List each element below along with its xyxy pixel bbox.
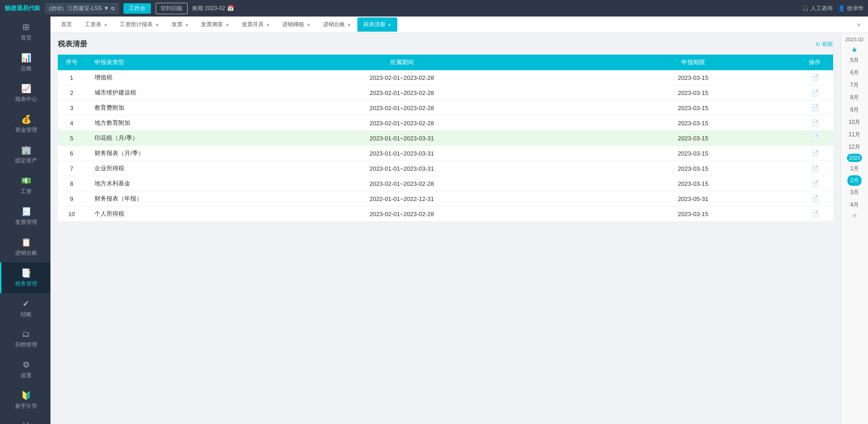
cell-no: 2 (58, 85, 85, 100)
cell-action: 📄 (796, 176, 833, 191)
vip-icon: V (23, 421, 28, 424)
sidebar-label-fund: 资金管理 (15, 126, 37, 134)
sidebar-item-payroll[interactable]: 💵 工资 (0, 170, 50, 201)
cell-no: 10 (58, 206, 85, 222)
ym-month-12[interactable]: 12月 (841, 141, 868, 153)
headset-icon: 🎧 (802, 5, 809, 11)
workbench-button[interactable]: 工作台 (123, 3, 151, 14)
sidebar-item-fixed-assets[interactable]: 🏢 固定资产 (0, 139, 50, 170)
period-value: 2023-02 (205, 5, 225, 11)
tab-payroll-stats[interactable]: 工资统计报表 × (114, 17, 164, 32)
sidebar-item-tax-management[interactable]: 📑 税务管理 (0, 262, 50, 293)
sidebar-item-invoice-management[interactable]: 🧾 发票管理 (0, 201, 50, 232)
tab-close-invoice-open[interactable]: × (267, 22, 269, 28)
sidebar-item-general-ledger[interactable]: 📊 总账 (0, 47, 50, 78)
close-all-tabs-btn[interactable]: × (854, 21, 863, 28)
user-menu[interactable]: 👤 徐泽华 (838, 5, 863, 12)
purchase-icon: 📋 (21, 237, 31, 247)
cell-period: 2023-02-01~2023-02-28 (214, 206, 590, 222)
sidebar-item-newbie-guide[interactable]: 🔰 新手引导 (0, 385, 50, 416)
ym-month-8[interactable]: 8月 (841, 91, 868, 104)
tab-close-purchase-ledger[interactable]: × (348, 22, 351, 28)
action-icon-10[interactable]: 📄 (811, 210, 819, 218)
sidebar-item-purchase-sales[interactable]: 📋 进销台账 (0, 232, 50, 262)
sidebar-item-report-center[interactable]: 📈 报表中心 (0, 78, 50, 109)
cell-type: 财务报表（年报） (85, 191, 214, 206)
sidebar-label-payroll: 工资 (21, 188, 32, 195)
ym-scroll-down-btn[interactable]: ▼ (850, 211, 859, 221)
tab-close-tax-register[interactable]: × (388, 22, 391, 28)
tab-close-invoice-check[interactable]: × (226, 22, 228, 28)
sidebar-item-settings[interactable]: ⚙ 设置 (0, 354, 50, 385)
cell-action: 📄 (796, 191, 833, 206)
action-icon-2[interactable]: 📄 (811, 89, 819, 96)
guide-icon: 🔰 (21, 391, 31, 401)
tab-invoice-check[interactable]: 发票测算 × (195, 17, 234, 32)
avatar-icon: 👤 (838, 5, 845, 11)
ym-month-2-active[interactable]: 2月 (847, 175, 862, 186)
tab-payroll-table[interactable]: 工资表 × (79, 17, 113, 32)
fund-icon: 💰 (21, 114, 31, 124)
ym-month-1[interactable]: 1月 (841, 162, 868, 175)
cell-period: 2023-01-01~2023-03-31 (214, 131, 590, 146)
sidebar-item-fund-management[interactable]: 💰 资金管理 (0, 109, 50, 139)
ym-month-10[interactable]: 10月 (841, 116, 868, 128)
user-name: 徐泽华 (847, 5, 863, 12)
cell-type: 增值税 (85, 70, 214, 85)
tab-invoice[interactable]: 发票 × (166, 17, 194, 32)
table-row: 8 地方水利基金 2023-02-01~2023-02-28 2023-03-1… (58, 176, 833, 191)
company-selector[interactable]: (勿动）江西服宝-LSS ▼ ⧉ (45, 3, 119, 14)
action-icon-9[interactable]: 📄 (811, 195, 819, 202)
action-icon-5[interactable]: 📄 (811, 134, 819, 142)
tab-tax-register[interactable]: 税表清册 × (357, 17, 397, 32)
col-header-action: 操作 (796, 55, 833, 70)
action-icon-8[interactable]: 📄 (811, 180, 819, 187)
action-icon-7[interactable]: 📄 (811, 165, 819, 172)
tab-invoice-open[interactable]: 发票开具 × (236, 17, 275, 32)
cell-deadline: 2023-03-15 (590, 70, 796, 85)
calendar-icon: 📅 (227, 5, 234, 11)
ym-month-6[interactable]: 6月 (841, 67, 868, 79)
sidebar-label-guide: 新手引导 (15, 402, 37, 410)
table-row: 2 城市维护建设税 2023-02-01~2023-02-28 2023-03-… (58, 85, 833, 100)
support-btn[interactable]: 🎧 人工咨询 (802, 5, 833, 12)
action-icon-1[interactable]: 📄 (811, 74, 819, 81)
cell-deadline: 2023-03-15 (590, 161, 796, 176)
tab-close-purchase-verify[interactable]: × (307, 22, 310, 28)
sidebar-label-archive: 归档管理 (15, 341, 37, 349)
tab-home[interactable]: 首页 (55, 17, 78, 32)
cell-action: 📄 (796, 116, 833, 131)
ym-month-4[interactable]: 4月 (841, 199, 868, 211)
sidebar-label-general-ledger: 总账 (21, 65, 32, 73)
tab-close-payroll-stats[interactable]: × (156, 22, 158, 28)
ym-month-9[interactable]: 9月 (841, 104, 868, 116)
tab-purchase-verify[interactable]: 进销稽核 × (276, 17, 316, 32)
ym-month-11[interactable]: 11月 (841, 128, 868, 141)
ym-month-7[interactable]: 7月 (841, 79, 868, 91)
ym-month-3[interactable]: 3月 (841, 186, 868, 199)
sidebar-item-archive[interactable]: 🗂 归档管理 (0, 324, 50, 354)
ym-scroll-up-btn[interactable]: ▲ (850, 44, 859, 54)
cell-deadline: 2023-05-31 (590, 191, 796, 206)
ym-year-2023[interactable]: 2023 (847, 154, 862, 162)
app-logo: 畅捷通易代账 (5, 4, 40, 12)
switch-old-button[interactable]: 切到旧版 (156, 3, 188, 14)
sidebar-item-home[interactable]: ⊞ 首页 (0, 17, 50, 47)
sidebar-item-vip[interactable]: V 畅会员 (0, 416, 50, 424)
page-content: 税表清册 ↻ 刷新 序号 申报表类型 所属期间 申报期限 操作 (50, 33, 868, 424)
copy-icon: ⧉ (111, 6, 115, 11)
action-icon-6[interactable]: 📄 (811, 150, 819, 157)
col-header-no: 序号 (58, 55, 85, 70)
refresh-button[interactable]: ↻ 刷新 (816, 40, 833, 48)
action-icon-4[interactable]: 📄 (811, 119, 819, 127)
tab-close-invoice[interactable]: × (185, 22, 188, 28)
action-icon-3[interactable]: 📄 (811, 104, 819, 112)
tab-purchase-ledger[interactable]: 进销台账 × (317, 17, 356, 32)
tab-close-payroll-table[interactable]: × (104, 22, 107, 28)
sidebar-label-report-center: 报表中心 (15, 95, 37, 103)
cell-deadline: 2023-03-15 (590, 146, 796, 161)
cell-type: 地方教育附加 (85, 116, 214, 131)
sidebar-item-reconciliation[interactable]: ✔ 结账 (0, 293, 50, 324)
ym-month-5[interactable]: 5月 (841, 54, 868, 67)
cell-action: 📄 (796, 85, 833, 100)
